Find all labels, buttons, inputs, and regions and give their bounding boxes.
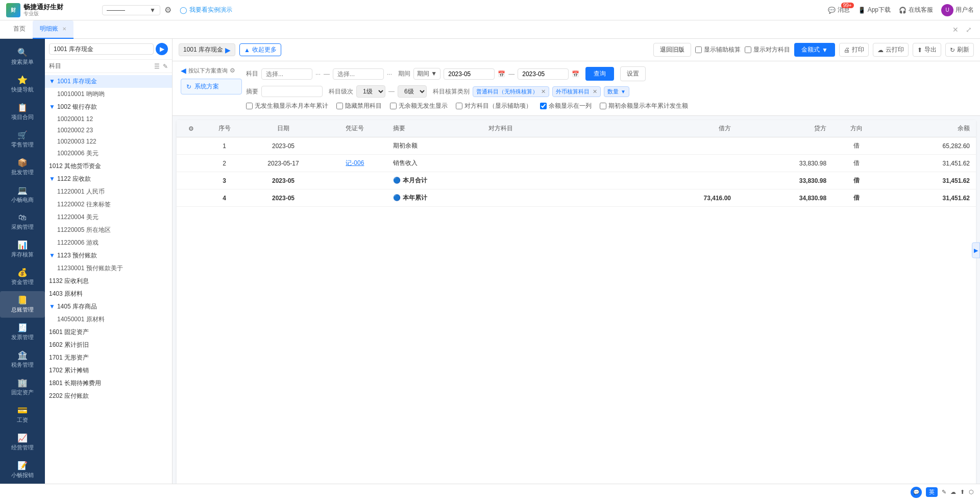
sidebar-item-funds[interactable]: 💰 资金管理 bbox=[0, 264, 45, 290]
chat-bot-icon[interactable]: 💬 bbox=[911, 487, 922, 498]
settings-filter-icon[interactable]: ⚙ bbox=[230, 67, 235, 74]
period-start-input[interactable] bbox=[444, 68, 495, 80]
tag-foreign-close-icon[interactable]: ✕ bbox=[593, 88, 597, 95]
sidebar-item-management[interactable]: 📈 经营管理 bbox=[0, 429, 45, 456]
user-menu[interactable]: U 用户名 bbox=[941, 4, 974, 16]
tree-item-11220006[interactable]: 11220006 游戏 bbox=[45, 236, 172, 249]
checkbox-no-amount[interactable] bbox=[246, 103, 253, 109]
calendar-start-icon[interactable]: 📅 bbox=[498, 70, 505, 78]
level-to-select[interactable]: 6级 bbox=[398, 85, 427, 98]
tree-item-11220004[interactable]: 11220004 美元 bbox=[45, 211, 172, 224]
tree-item-2202[interactable]: 2202 应付账款 bbox=[45, 390, 172, 402]
edit-icon[interactable]: ✎ bbox=[942, 489, 946, 495]
sidebar-item-salary[interactable]: 💳 工资 bbox=[0, 401, 45, 428]
right-collapse-button[interactable]: ▶ bbox=[972, 242, 980, 258]
company-selector[interactable]: ——— ▼ bbox=[102, 5, 160, 15]
tag-normal[interactable]: 普通科目（无特殊核算） ✕ bbox=[473, 86, 549, 97]
voucher-link[interactable]: 记-006 bbox=[346, 159, 364, 166]
checkbox-balance-one-col[interactable] bbox=[540, 103, 547, 109]
summary-input[interactable] bbox=[261, 86, 323, 97]
expand-more-button[interactable]: ▲ 收起更多 bbox=[239, 43, 281, 56]
checkbox-opening-balance-label[interactable]: 期初余额显示本年累计发生额 bbox=[600, 102, 688, 110]
tree-item-1132[interactable]: 1132 应收利息 bbox=[45, 275, 172, 288]
sidebar-item-retail[interactable]: 🛒 零售管理 bbox=[0, 126, 45, 153]
cloud-print-button[interactable]: ☁ 云打印 bbox=[873, 43, 909, 57]
tree-item-11230001[interactable]: 11230001 预付账款美于 bbox=[45, 262, 172, 275]
sidebar-item-invoice[interactable]: 🧾 发票管理 bbox=[0, 319, 45, 345]
tree-item-10010001[interactable]: 10010001 哟哟哟 bbox=[45, 88, 172, 101]
edit-icon[interactable]: ✎ bbox=[163, 63, 168, 70]
tree-item-1601[interactable]: 1601 固定资产 bbox=[45, 326, 172, 339]
tree-item-11220005[interactable]: 11220005 所在地区 bbox=[45, 224, 172, 236]
app-download-button[interactable]: 📱 App下载 bbox=[858, 6, 891, 14]
sidebar-item-expense[interactable]: 📝 小畅报销 bbox=[0, 457, 45, 483]
close-icon[interactable]: ✕ bbox=[62, 26, 66, 32]
tab-ledger[interactable]: 明细账 ✕ bbox=[33, 20, 74, 39]
tree-item-11220001[interactable]: 11220001 人民币 bbox=[45, 185, 172, 198]
checkbox-auxiliary-label[interactable]: 显示辅助核算 bbox=[695, 45, 741, 54]
close-window-button[interactable]: ✕ bbox=[950, 26, 961, 34]
sidebar-item-purchase[interactable]: 🛍 采购管理 bbox=[0, 209, 45, 235]
sidebar-item-assets[interactable]: 🏢 固定资产 bbox=[0, 374, 45, 400]
settings-button[interactable]: ⚙ bbox=[164, 5, 172, 15]
period-type-btn[interactable]: 期间 ▼ bbox=[413, 68, 440, 80]
subject-to-input[interactable] bbox=[333, 68, 384, 80]
checkbox-no-amount-label[interactable]: 无发生额显示本月本年累计 bbox=[246, 102, 328, 110]
back-old-version-button[interactable]: 退回旧版 bbox=[653, 43, 691, 57]
export-button[interactable]: ⬆ 导出 bbox=[913, 43, 941, 57]
cell-voucher[interactable]: 记-006 bbox=[323, 155, 387, 172]
filter-collapse-icon[interactable]: ◀ bbox=[181, 66, 186, 75]
checkbox-opening-balance[interactable] bbox=[600, 103, 606, 109]
tree-item-1123[interactable]: ▼1123 预付账款 bbox=[45, 249, 172, 262]
tree-item-10020002[interactable]: 10020002 23 bbox=[45, 125, 172, 136]
level-from-select[interactable]: 1级 bbox=[356, 85, 385, 98]
subject-from-input[interactable] bbox=[261, 68, 312, 80]
account-search-input[interactable] bbox=[49, 43, 154, 55]
tree-item-11220002[interactable]: 11220002 往来标签 bbox=[45, 198, 172, 211]
checkbox-balance-one-col-label[interactable]: 余额显示在一列 bbox=[540, 102, 592, 110]
account-nav-button[interactable]: ▶ bbox=[156, 43, 168, 55]
upload-icon[interactable]: ⬆ bbox=[960, 489, 965, 495]
checkbox-auxiliary[interactable] bbox=[695, 46, 702, 53]
tree-item-1602[interactable]: 1602 累计折旧 bbox=[45, 339, 172, 351]
schema-selector[interactable]: ↻ 系统方案 bbox=[181, 79, 242, 94]
sidebar-item-tax[interactable]: 🏦 税务管理 bbox=[0, 346, 45, 373]
tree-item-1001[interactable]: ▼1001 库存现金 bbox=[45, 75, 172, 88]
checkbox-opposite-label[interactable]: 显示对方科目 bbox=[745, 45, 790, 54]
demo-link[interactable]: ◯ 我要看实例演示 bbox=[180, 6, 232, 14]
checkbox-no-balance[interactable] bbox=[390, 103, 397, 109]
tree-item-14050001[interactable]: 14050001 原材料 bbox=[45, 313, 172, 326]
tree-item-10020001[interactable]: 10020001 12 bbox=[45, 113, 172, 125]
tree-item-1405[interactable]: ▼1405 库存商品 bbox=[45, 300, 172, 313]
maximize-button[interactable]: ⤢ bbox=[964, 26, 974, 34]
set-button[interactable]: 设置 bbox=[620, 66, 646, 81]
tree-item-1701[interactable]: 1701 无形资产 bbox=[45, 351, 172, 364]
calendar-end-icon[interactable]: 📅 bbox=[572, 70, 579, 78]
checkbox-hide-disabled[interactable] bbox=[336, 103, 343, 109]
tree-item-1002[interactable]: ▼1002 银行存款 bbox=[45, 101, 172, 113]
tree-item-1122[interactable]: ▼1122 应收款 bbox=[45, 173, 172, 185]
tab-home[interactable]: 首页 bbox=[6, 20, 33, 39]
sidebar-item-project[interactable]: 📋 项目合同 bbox=[0, 99, 45, 125]
checkbox-opposite[interactable] bbox=[745, 46, 751, 53]
tag-foreign[interactable]: 外币核算科目 ✕ bbox=[552, 86, 601, 97]
format-button[interactable]: 金额式 ▼ bbox=[794, 43, 835, 57]
tree-item-10020003[interactable]: 10020003 122 bbox=[45, 136, 172, 147]
message-button[interactable]: 💬 消息 99+ bbox=[828, 6, 850, 14]
hexagon-icon[interactable]: ⬡ bbox=[969, 489, 974, 495]
tree-item-10020006[interactable]: 10020006 美元 bbox=[45, 147, 172, 160]
checkbox-hide-disabled-label[interactable]: 隐藏禁用科目 bbox=[336, 102, 382, 110]
cloud-icon[interactable]: ☁ bbox=[950, 489, 956, 495]
tag-quantity[interactable]: 数量 ▼ bbox=[604, 86, 629, 97]
language-button[interactable]: 英 bbox=[926, 487, 938, 497]
period-end-input[interactable] bbox=[518, 68, 569, 80]
refresh-button[interactable]: ↻ 刷新 bbox=[945, 43, 974, 57]
col-settings[interactable]: ⚙ bbox=[177, 120, 205, 137]
sidebar-item-inventory[interactable]: 📊 库存核算 bbox=[0, 236, 45, 263]
print-button[interactable]: 🖨 打印 bbox=[839, 43, 869, 57]
checkbox-opposite-subject-label[interactable]: 对方科目（显示辅助项） bbox=[456, 102, 532, 110]
tree-item-1403[interactable]: 1403 原材料 bbox=[45, 288, 172, 300]
tag-normal-close-icon[interactable]: ✕ bbox=[541, 88, 546, 95]
sidebar-item-ecommerce[interactable]: 💻 小畅电商 bbox=[0, 181, 45, 208]
sidebar-item-wholesale[interactable]: 📦 批发管理 bbox=[0, 154, 45, 180]
